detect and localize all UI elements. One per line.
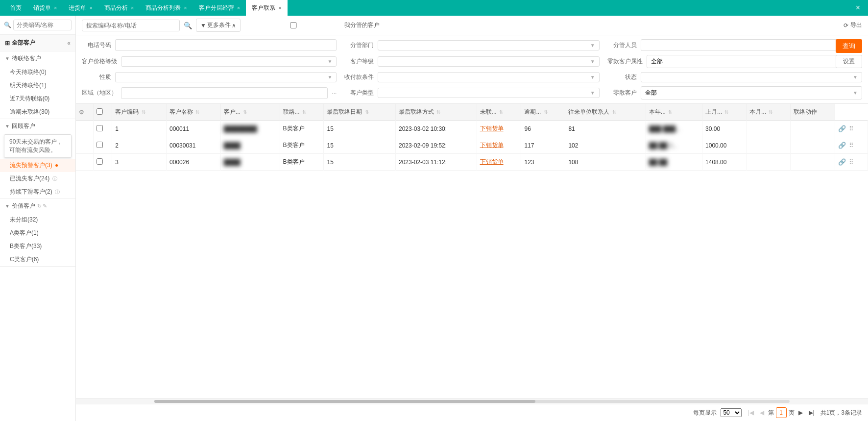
- col-code[interactable]: 客户编码 ⇅: [112, 104, 167, 121]
- filter-zero-customer-select[interactable]: 全部 ▼: [641, 86, 862, 99]
- last-method-link[interactable]: 下销货单: [480, 142, 504, 149]
- select-all-checkbox[interactable]: [96, 108, 103, 115]
- nav-customer-contact[interactable]: 客户联系 ×: [246, 0, 287, 16]
- sidebar-section-value-title[interactable]: ▼ 价值客户 ↻ ✎: [0, 199, 75, 213]
- scrollbar-thumb[interactable]: [154, 400, 535, 403]
- nav-purchase[interactable]: 进货单 ×: [63, 0, 98, 16]
- col-contact-person[interactable]: 往来单位联系人 ⇅: [565, 104, 646, 121]
- sidebar-item-7days[interactable]: 近7天待联络(0): [0, 92, 75, 105]
- settings-button[interactable]: 设置: [836, 55, 862, 68]
- row-last-method-cell: 下销货单: [477, 137, 521, 154]
- col-last-month[interactable]: 上月... ⇅: [702, 104, 747, 121]
- filter-zero-customer-label: 零散客户: [607, 89, 637, 97]
- sidebar-section-review: ▼ 回顾客户 90天未交易的客户，可能有流失风险。 流失预警客户(3) ● 已流…: [0, 119, 75, 199]
- row-code-cell: 00030031: [167, 137, 221, 154]
- row-checkbox-cell: [93, 121, 112, 137]
- sidebar-item-churn-warning[interactable]: 流失预警客户(3) ●: [0, 159, 75, 172]
- close-purchase-icon[interactable]: ×: [89, 5, 92, 11]
- row-grid-icon[interactable]: ⠿: [849, 142, 854, 149]
- search-input[interactable]: [82, 20, 180, 31]
- my-customers-checkbox[interactable]: [244, 22, 342, 28]
- nav-customer-layer[interactable]: 客户分层经营 ×: [193, 0, 246, 16]
- sidebar-item-declining[interactable]: 持续下滑客户(2) ⓘ: [0, 185, 75, 198]
- next-page-button[interactable]: ▶: [796, 408, 805, 417]
- row-this-year-cell: 1000.00: [702, 137, 747, 154]
- table-header-row: ⚙ 客户编码 ⇅ 客户名称 ⇅: [76, 104, 868, 121]
- row-checkbox[interactable]: [96, 142, 103, 148]
- nav-analysis-list[interactable]: 商品分析列表 ×: [140, 0, 193, 16]
- row-link-icon[interactable]: 🔗: [838, 158, 846, 166]
- row-grid-icon[interactable]: ⠿: [849, 125, 854, 132]
- first-page-button[interactable]: |◀: [746, 408, 755, 417]
- sidebar-item-tomorrow[interactable]: 明天待联络(1): [0, 79, 75, 92]
- filter-phone-input[interactable]: [115, 39, 337, 51]
- sidebar-section-pending-title[interactable]: ▼ 待联络客户: [0, 51, 75, 66]
- row-checkbox[interactable]: [96, 158, 103, 165]
- filter-customer-type-select[interactable]: ▼: [378, 88, 599, 98]
- my-customers-checkbox-label[interactable]: 我分管的客户: [244, 21, 380, 29]
- more-conditions-button[interactable]: ▼ 更多条件 ∧: [196, 19, 241, 32]
- sidebar-all-customers[interactable]: ⊞ 全部客户 «: [0, 35, 75, 51]
- row-grid-icon[interactable]: ⠿: [849, 158, 854, 166]
- type-sort-icon: ⇅: [243, 109, 247, 115]
- sidebar-item-b-class[interactable]: B类客户(33): [0, 240, 75, 253]
- export-button[interactable]: ⟳ 导出: [844, 21, 862, 29]
- filter-customer-level-select[interactable]: ▼: [378, 56, 599, 67]
- sidebar-item-a-class[interactable]: A类客户(1): [0, 226, 75, 240]
- filter-gender-select[interactable]: ▼: [115, 72, 337, 82]
- sidebar-item-c-class[interactable]: C类客户(6): [0, 253, 75, 266]
- sidebar-item-overdue[interactable]: 逾期未联络(30): [0, 105, 75, 119]
- row-link-icon[interactable]: 🔗: [838, 125, 846, 132]
- region-more-icon[interactable]: ···: [332, 90, 337, 97]
- col-this-year[interactable]: 本年... ⇅: [646, 104, 702, 121]
- filter-manager-input[interactable]: [641, 39, 853, 51]
- sidebar-tooltip: 90天未交易的客户，可能有流失风险。: [4, 134, 72, 158]
- sidebar-item-churned[interactable]: 已流失客户(24) ⓘ: [0, 172, 75, 185]
- search-button[interactable]: 🔍: [184, 22, 192, 29]
- row-actions-cell: 🔗 ⠿: [835, 154, 868, 171]
- filter-region-input[interactable]: [121, 87, 328, 99]
- col-overdue[interactable]: 逾期... ⇅: [521, 104, 565, 121]
- filter-manager-row: 分管人员 ···: [607, 39, 862, 51]
- close-analysis-list-icon[interactable]: ×: [184, 5, 187, 11]
- nav-home[interactable]: 首页: [4, 0, 27, 16]
- last-page-button[interactable]: ▶|: [807, 408, 817, 417]
- nav-sales[interactable]: 销货单 ×: [27, 0, 63, 16]
- close-sales-icon[interactable]: ×: [54, 5, 57, 11]
- close-customer-contact-icon[interactable]: ×: [278, 5, 281, 11]
- last-method-link[interactable]: 下销货单: [480, 158, 504, 165]
- prev-page-button[interactable]: ◀: [758, 408, 766, 417]
- col-contact[interactable]: 联络... ⇅: [280, 104, 324, 121]
- sidebar-section-review-title[interactable]: ▼ 回顾客户: [0, 119, 75, 133]
- filter-dept-select[interactable]: ▼: [378, 40, 599, 50]
- filter-status-select[interactable]: ▼: [641, 72, 862, 82]
- col-last-date[interactable]: 最后联络日期 ⇅: [324, 104, 396, 121]
- filter-payment-select[interactable]: ▼: [378, 72, 599, 82]
- row-checkbox[interactable]: [96, 125, 103, 131]
- horizontal-scrollbar[interactable]: [76, 398, 868, 404]
- table-gear-icon[interactable]: ⚙: [79, 109, 84, 116]
- col-type[interactable]: 客户... ⇅: [220, 104, 280, 121]
- sidebar-item-today[interactable]: 今天待联络(0): [0, 66, 75, 79]
- filter-zero-sales-select[interactable]: 全部 ▼: [647, 55, 862, 68]
- col-name[interactable]: 客户名称 ⇅: [167, 104, 221, 121]
- value-refresh-icon[interactable]: ↻: [37, 203, 42, 209]
- window-close-button[interactable]: ×: [852, 3, 864, 12]
- filter-region-row: 区域（地区） ···: [82, 86, 337, 99]
- close-analysis-icon[interactable]: ×: [131, 5, 134, 11]
- filter-price-level-select[interactable]: ▼: [121, 56, 337, 67]
- query-button[interactable]: 查询: [836, 39, 862, 53]
- value-edit-icon[interactable]: ✎: [43, 203, 47, 209]
- sidebar-item-ungroup[interactable]: 未分组(32): [0, 213, 75, 226]
- per-page-select[interactable]: 50 100 200: [721, 408, 742, 417]
- sidebar-search-input[interactable]: [13, 20, 72, 30]
- close-customer-layer-icon[interactable]: ×: [237, 5, 240, 11]
- row-link-icon[interactable]: 🔗: [838, 142, 846, 149]
- col-not-contacted[interactable]: 未联... ⇅: [477, 104, 521, 121]
- filter-gender-row: 性质 ▼: [82, 72, 337, 82]
- col-last-method[interactable]: 最后联络方式 ⇅: [396, 104, 477, 121]
- nav-analysis[interactable]: 商品分析 ×: [98, 0, 140, 16]
- last-method-link[interactable]: 下销货单: [480, 125, 504, 132]
- sidebar-section-value: ▼ 价值客户 ↻ ✎ 未分组(32) A类客户(1) B类客户(33) C类客户…: [0, 199, 75, 267]
- col-this-month[interactable]: 本月... ⇅: [747, 104, 791, 121]
